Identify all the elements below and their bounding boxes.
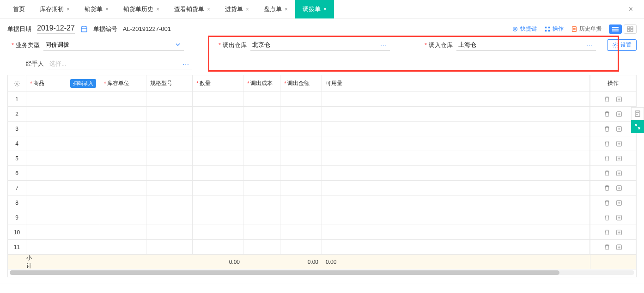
table-row[interactable]: 11 — [8, 240, 636, 255]
cell-amount[interactable] — [280, 92, 322, 106]
cell-product[interactable] — [26, 107, 100, 121]
close-icon[interactable]: × — [323, 0, 327, 18]
cell-qty[interactable] — [193, 92, 243, 106]
cell-cost[interactable] — [243, 136, 280, 151]
cell-available[interactable] — [322, 195, 590, 210]
table-row[interactable]: 7 — [8, 181, 636, 195]
chevron-down-icon[interactable] — [175, 41, 181, 49]
cell-spec[interactable] — [146, 166, 193, 180]
cell-product[interactable] — [26, 122, 100, 136]
gear-column-header[interactable] — [8, 75, 26, 92]
cell-available[interactable] — [322, 240, 590, 254]
cell-unit[interactable] — [100, 136, 146, 151]
close-icon[interactable]: × — [246, 0, 249, 18]
tab-stocktake[interactable]: 盘点单× — [256, 0, 295, 18]
cell-amount[interactable] — [280, 181, 322, 195]
tab-view-sales[interactable]: 查看销货单× — [167, 0, 218, 18]
toolbar-shortcut[interactable]: 快捷键 — [512, 25, 537, 33]
delete-icon[interactable] — [604, 170, 610, 177]
cell-qty[interactable] — [193, 166, 243, 180]
toolbar-history[interactable]: 历史单据 — [571, 25, 601, 33]
horizontal-scrollbar[interactable] — [10, 270, 634, 275]
cell-cost[interactable] — [243, 181, 280, 195]
cell-spec[interactable] — [146, 240, 193, 254]
cell-unit[interactable] — [100, 195, 146, 210]
cell-spec[interactable] — [146, 92, 193, 106]
delete-icon[interactable] — [604, 126, 610, 132]
cell-cost[interactable] — [243, 92, 280, 106]
in-warehouse-input[interactable] — [456, 40, 596, 51]
cell-cost[interactable] — [243, 107, 280, 121]
cell-available[interactable] — [322, 122, 590, 136]
tab-inventory-init[interactable]: 库存期初× — [32, 0, 77, 18]
add-icon[interactable] — [616, 111, 622, 117]
cell-available[interactable] — [322, 166, 590, 180]
close-icon[interactable]: × — [105, 0, 109, 18]
toolbar-actions[interactable]: 操作 — [544, 25, 564, 33]
cell-available[interactable] — [322, 210, 590, 225]
cell-amount[interactable] — [280, 136, 322, 151]
table-row[interactable]: 5 — [8, 151, 636, 166]
cell-spec[interactable] — [146, 122, 193, 136]
table-row[interactable]: 3 — [8, 122, 636, 136]
cell-unit[interactable] — [100, 122, 146, 136]
cell-unit[interactable] — [100, 151, 146, 165]
side-notes-btn[interactable] — [631, 107, 644, 120]
more-icon[interactable]: ··· — [182, 60, 189, 67]
table-row[interactable]: 8 — [8, 195, 636, 210]
delete-icon[interactable] — [604, 140, 610, 147]
add-icon[interactable] — [616, 244, 622, 250]
add-icon[interactable] — [616, 200, 622, 206]
cell-unit[interactable] — [100, 240, 146, 254]
cell-cost[interactable] — [243, 195, 280, 210]
table-row[interactable]: 9 — [8, 210, 636, 225]
table-row[interactable]: 1 — [8, 92, 636, 107]
cell-spec[interactable] — [146, 225, 193, 239]
cell-qty[interactable] — [193, 107, 243, 121]
tab-purchase-order[interactable]: 进货单× — [218, 0, 256, 18]
cell-product[interactable] — [26, 181, 100, 195]
cell-product[interactable] — [26, 240, 100, 254]
view-grid-btn[interactable] — [624, 24, 637, 34]
cell-unit[interactable] — [100, 107, 146, 121]
cell-spec[interactable] — [146, 151, 193, 165]
cell-product[interactable] — [26, 166, 100, 180]
cell-spec[interactable] — [146, 136, 193, 151]
add-icon[interactable] — [616, 170, 622, 177]
delete-icon[interactable] — [604, 155, 610, 162]
cell-available[interactable] — [322, 181, 590, 195]
close-icon[interactable]: × — [67, 0, 70, 18]
calendar-icon[interactable] — [80, 25, 88, 33]
cell-qty[interactable] — [193, 151, 243, 165]
delete-icon[interactable] — [604, 96, 610, 103]
tab-sales-order[interactable]: 销货单× — [77, 0, 116, 18]
out-warehouse-input[interactable] — [250, 40, 390, 51]
cell-spec[interactable] — [146, 181, 193, 195]
cell-unit[interactable] — [100, 181, 146, 195]
table-row[interactable]: 6 — [8, 166, 636, 181]
cell-qty[interactable] — [193, 195, 243, 210]
cell-amount[interactable] — [280, 166, 322, 180]
cell-unit[interactable] — [100, 92, 146, 106]
add-icon[interactable] — [616, 155, 622, 162]
table-row[interactable]: 4 — [8, 136, 636, 151]
biz-type-input[interactable] — [43, 40, 184, 51]
add-icon[interactable] — [616, 96, 622, 103]
cell-qty[interactable] — [193, 181, 243, 195]
cell-cost[interactable] — [243, 151, 280, 165]
cell-cost[interactable] — [243, 210, 280, 225]
cell-unit[interactable] — [100, 210, 146, 225]
scan-badge[interactable]: 扫码录入 — [70, 79, 96, 88]
tab-home[interactable]: 首页 — [6, 0, 32, 18]
cell-product[interactable] — [26, 195, 100, 210]
close-icon[interactable]: × — [285, 0, 288, 18]
view-list-btn[interactable] — [609, 24, 622, 34]
tabs-close-all[interactable]: × — [623, 5, 638, 13]
cell-product[interactable] — [26, 210, 100, 225]
cell-amount[interactable] — [280, 240, 322, 254]
cell-cost[interactable] — [243, 122, 280, 136]
cell-amount[interactable] — [280, 151, 322, 165]
delete-icon[interactable] — [604, 244, 610, 250]
delete-icon[interactable] — [604, 111, 610, 117]
add-icon[interactable] — [616, 214, 622, 221]
